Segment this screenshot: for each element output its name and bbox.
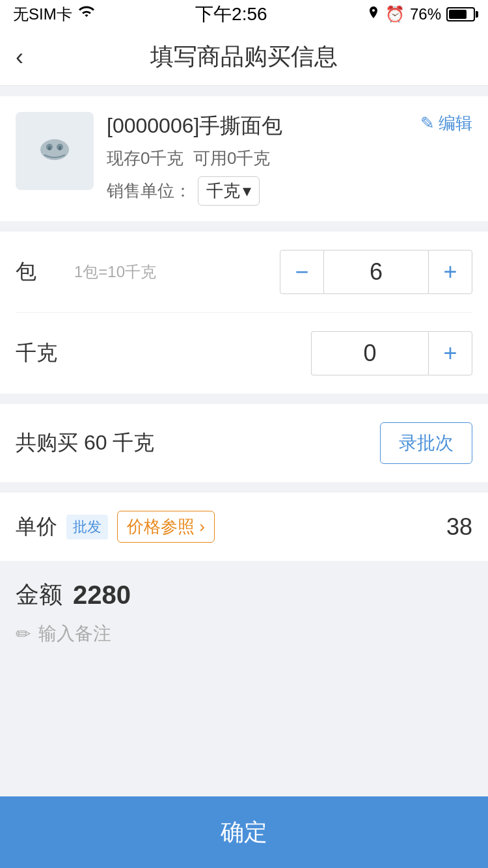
price-ref-button[interactable]: 价格参照 › bbox=[117, 511, 215, 543]
status-left: 无SIM卡 bbox=[13, 4, 96, 25]
price-row: 单价 批发 价格参照 › 38 bbox=[16, 511, 472, 543]
battery-pct: 76% bbox=[410, 5, 441, 23]
bao-label: 包 bbox=[16, 258, 68, 286]
carrier-text: 无SIM卡 bbox=[13, 4, 72, 25]
kg-plus-button[interactable]: + bbox=[428, 331, 472, 375]
nav-bar: ‹ 填写商品购买信息 bbox=[0, 29, 488, 86]
page-title: 填写商品购买信息 bbox=[150, 41, 338, 73]
location-icon bbox=[367, 5, 380, 23]
status-right: ⏰ 76% bbox=[367, 5, 475, 23]
bao-input[interactable] bbox=[324, 250, 428, 294]
kg-input[interactable] bbox=[311, 331, 428, 375]
edit-icon: ✎ bbox=[420, 113, 435, 133]
battery-icon bbox=[446, 7, 475, 21]
product-name: [0000006]手撕面包 bbox=[107, 112, 472, 141]
chevron-down-icon: ▾ bbox=[243, 181, 251, 201]
quantity-section: 包 1包=10千克 − + 千克 + bbox=[0, 232, 488, 394]
product-card: [0000006]手撕面包 现存0千克 可用0千克 销售单位： 千克 ▾ ✎ 编… bbox=[0, 96, 488, 221]
product-unit: 销售单位： 千克 ▾ bbox=[107, 176, 472, 206]
price-value: 38 bbox=[446, 513, 472, 541]
amount-row: 金额 2280 bbox=[16, 579, 472, 611]
product-thumbnail bbox=[16, 112, 94, 190]
bao-minus-button[interactable]: − bbox=[280, 250, 324, 294]
amount-value: 2280 bbox=[73, 580, 131, 610]
price-section: 单价 批发 价格参照 › 38 bbox=[0, 493, 488, 561]
unit-select[interactable]: 千克 ▾ bbox=[198, 176, 260, 206]
price-label: 单价 bbox=[16, 513, 57, 541]
amount-label: 金额 bbox=[16, 579, 62, 611]
bao-plus-button[interactable]: + bbox=[428, 250, 472, 294]
kg-label: 千克 bbox=[16, 339, 68, 368]
confirm-label: 确定 bbox=[221, 817, 267, 848]
note-row[interactable]: ✏ 输入备注 bbox=[16, 621, 472, 646]
main-content: [0000006]手撕面包 现存0千克 可用0千克 销售单位： 千克 ▾ ✎ 编… bbox=[0, 96, 488, 868]
price-type-tag: 批发 bbox=[66, 515, 108, 539]
amount-section: 金额 2280 ✏ 输入备注 bbox=[0, 561, 488, 659]
product-stock: 现存0千克 可用0千克 bbox=[107, 147, 472, 170]
status-bar: 无SIM卡 下午2:56 ⏰ 76% bbox=[0, 0, 488, 29]
edit-button[interactable]: ✎ 编辑 bbox=[420, 112, 472, 135]
note-placeholder: 输入备注 bbox=[38, 621, 111, 646]
product-info: [0000006]手撕面包 现存0千克 可用0千克 销售单位： 千克 ▾ bbox=[107, 112, 472, 206]
bao-hint: 1包=10千克 bbox=[74, 262, 280, 282]
total-label: 共购买 60 千克 bbox=[16, 429, 154, 457]
svg-point-3 bbox=[48, 146, 51, 150]
total-section: 共购买 60 千克 录批次 bbox=[0, 404, 488, 482]
alarm-icon: ⏰ bbox=[385, 5, 405, 23]
confirm-bar[interactable]: 确定 bbox=[0, 796, 488, 868]
kg-quantity-row: 千克 + bbox=[16, 313, 472, 394]
wifi-icon bbox=[77, 5, 96, 23]
total-row: 共购买 60 千克 录批次 bbox=[16, 404, 472, 482]
record-batch-button[interactable]: 录批次 bbox=[380, 422, 472, 464]
back-button[interactable]: ‹ bbox=[16, 44, 23, 71]
kg-controls: + bbox=[311, 331, 472, 375]
bao-controls: − + bbox=[280, 250, 472, 294]
bao-quantity-row: 包 1包=10千克 − + bbox=[16, 232, 472, 313]
pencil-icon: ✏ bbox=[16, 623, 31, 645]
svg-point-4 bbox=[59, 146, 61, 150]
status-time: 下午2:56 bbox=[195, 2, 267, 27]
